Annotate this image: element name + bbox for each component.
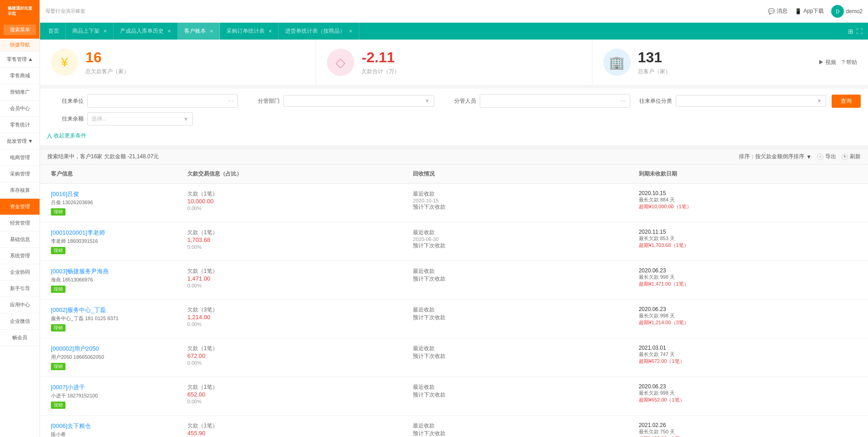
filter-dropdown-balance[interactable]: 选择... ▼ [87,112,193,126]
customer-tag-1: 现销 [51,247,65,254]
overdue-amount-6[interactable]: 超期¥455.90（1笔） [639,435,857,437]
tab-products-offline[interactable]: 商品上下架 ✕ [66,23,114,40]
tab-close-icon[interactable]: ✕ [268,29,272,34]
cell-customer-2: [0003]畅捷服务尹海燕 海燕 18513066976 现销 [47,266,184,295]
stat-card-actions: ▶ 视频 ? 帮助 [818,59,857,66]
customer-sub-4: 用户2050 18665062050 [51,354,180,361]
tab-purchase-order[interactable]: 采购订单统计表 ✕ [220,23,279,40]
filter-input-manager[interactable]: ··· [480,94,630,108]
debt-amount-6: 455.90 [187,430,406,437]
tab-close-icon[interactable]: ✕ [167,29,171,34]
tab-products-offline-label: 商品上下架 [72,27,100,35]
debt-count-1: 欠款（1笔） [187,229,406,236]
filter-label-unit: 往来单位 [47,97,84,105]
sidebar-item-capital[interactable]: 资金管理 [0,199,40,215]
cell-recovery-3: 最近收款 预计下次收款 [409,304,635,323]
sidebar-item-label: 系统管理 [10,253,30,258]
filter-dropdown-dept[interactable]: ▼ [283,95,434,107]
sidebar-item-retail-stat[interactable]: 零售统计 [0,117,40,133]
filter-label-dept: 分管部门 [243,97,280,105]
help-icon: ? [842,59,845,65]
sidebar-item-label: 新手引导 [10,286,30,291]
customer-name-link-0[interactable]: [0016]吕俊 [51,191,79,197]
yuan-icon: ¥ [61,55,68,70]
cell-debt-5: 欠款（1笔） 652.00 0.00% [184,382,409,406]
search-button[interactable]: 查询 [832,95,861,108]
sidebar-item-label: 零售统计 [10,122,30,127]
cell-recovery-1: 最近收款 2020-06-30 预计下次收款 [409,227,635,251]
filter-input-unit[interactable]: ··· [87,94,238,108]
sidebar-item-app-center[interactable]: 应用中心 [0,297,40,313]
message-icon: 💬 [768,8,775,15]
app-download-button[interactable]: 📱 App下载 [795,7,824,15]
tab-home[interactable]: 首页 [42,23,66,40]
last-collect-6: 最近收款 [413,422,631,430]
filter-dropdown-category[interactable]: ▼ [676,95,826,107]
tabs-extra-buttons: ⊞ ⛶ [848,28,866,35]
sort-selector[interactable]: 排序：按欠款金额倒序排序 ▼ [739,153,812,161]
sidebar-item-retail-mgmt[interactable]: 零售管理 ▲ [0,51,40,68]
balance-placeholder: 选择... [91,115,107,123]
help-button[interactable]: ? 帮助 [842,59,857,66]
sidebar-item-base-info[interactable]: 基础信息 [0,231,40,248]
customer-name-link-6[interactable]: [0006]去下粮仓 [51,422,91,429]
overdue-amount-5[interactable]: 超期¥652.00（1笔） [639,397,857,403]
debt-pct-4: 0.00% [187,360,406,366]
last-collect-5: 最近收款 [413,383,631,391]
export-icon: ○ [817,154,823,160]
sort-arrow-icon: ▼ [806,154,812,160]
overdue-days-5: 最长欠款 998 天 [639,390,857,397]
sidebar-item-operations[interactable]: 经营管理 [0,215,40,231]
message-button[interactable]: 💬 消息 [768,7,788,15]
tab-fullscreen-icon[interactable]: ⛶ [856,28,863,35]
tab-purchase-stat[interactable]: 进货单统计表（按商品） ✕ [279,23,359,40]
collapse-button[interactable]: ⋀ 收起更多条件 [47,132,861,140]
tab-close-icon[interactable]: ✕ [349,29,352,34]
tab-window-icon[interactable]: ⊞ [848,28,853,35]
overdue-amount-0[interactable]: 超期¥10,000.00（1笔） [639,203,857,210]
topbar-right: 💬 消息 📱 App下载 D demo2 [768,5,863,18]
export-button[interactable]: ○ 导出 [817,153,836,161]
sidebar-search-section: 搜索菜单 [0,23,40,39]
customer-name-link-3[interactable]: [0002]服务中心_丁磊 [51,306,106,313]
cell-customer-0: [0016]吕俊 吕俊 13026203696 现销 [47,188,184,217]
customer-name-link-1[interactable]: [0001020001]李老师 [51,229,105,236]
customer-name-link-4[interactable]: [000002]用户2050 [51,345,99,352]
customer-sub-5: 小进干 18279152100 [51,392,180,399]
refresh-button[interactable]: ↻ 刷新 [842,153,861,161]
sidebar-item-newcomer[interactable]: 新手引导 [0,281,40,297]
tab-customer-account[interactable]: 客户账本 ✕ [178,23,220,40]
debt-amount-3: 1,214.00 [187,314,406,321]
sidebar-item-batch-mgmt[interactable]: 批发管理 ▼ [0,133,40,150]
overdue-amount-2[interactable]: 超期¥1,471.00（1笔） [639,281,857,287]
debt-total-icon: ◇ [327,49,354,76]
user-avatar[interactable]: D demo2 [831,5,863,18]
stat-card-total-customers: 🏢 131 总客户（家） ▶ 视频 ? 帮助 [592,40,868,85]
customer-name-link-5[interactable]: [0007]小进干 [51,384,85,391]
table-row: [0003]畅捷服务尹海燕 海燕 18513066976 现销 欠款（1笔） 1… [40,261,868,300]
filter-row-1: 往来单位 ··· 分管部门 ▼ 分管人员 [47,94,861,108]
overdue-amount-4[interactable]: 超期¥672.00（1笔） [639,358,857,365]
sidebar-item-inventory[interactable]: 库存核算 [0,182,40,199]
sidebar-item-label: 畅会员 [12,335,27,340]
overdue-amount-1[interactable]: 超期¥1,703.68（1笔） [639,242,857,249]
video-button[interactable]: ▶ 视频 [818,59,836,66]
sidebar-item-system[interactable]: 系统管理 [0,248,40,264]
sidebar-item-member[interactable]: 会员中心 [0,100,40,117]
overdue-amount-3[interactable]: 超期¥1,214.00（3笔） [639,319,857,326]
tab-product-history[interactable]: 产成品入库单历史 ✕ [114,23,178,40]
sidebar-item-retail-mall[interactable]: 零售商城 [0,68,40,84]
customer-name-link-2[interactable]: [0003]畅捷服务尹海燕 [51,268,109,275]
sidebar-item-changhuiyuan[interactable]: 畅会员 [0,330,40,346]
overdue-days-6: 最长欠款 750 天 [639,428,857,435]
tab-close-icon[interactable]: ✕ [103,29,107,34]
search-menu-button[interactable]: 搜索菜单 [4,25,36,35]
sidebar-item-ecommerce[interactable]: 电商管理 [0,150,40,166]
results-summary: 搜索结果中，客户16家 欠款金额 -21,148.07元 [47,153,159,161]
sidebar-item-corp-wechat[interactable]: 企业微信 [0,313,40,330]
sidebar-item-purchase[interactable]: 采购管理 [0,166,40,182]
cell-due-0: 2020.10.15 最长欠款 884 天 超期¥10,000.00（1笔） [635,188,861,212]
tab-close-icon[interactable]: ✕ [210,29,213,34]
sidebar-item-marketing[interactable]: 营销推广 [0,84,40,100]
sidebar-item-enterprise[interactable]: 企业协同 [0,264,40,281]
